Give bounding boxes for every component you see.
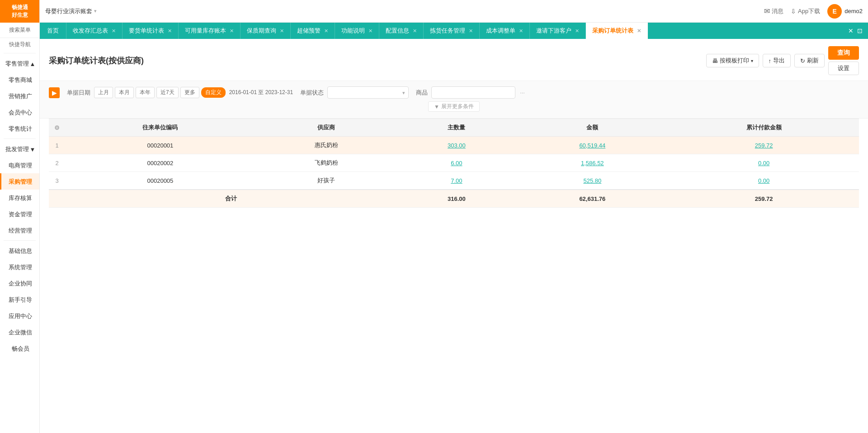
tab-close-invite-downstream[interactable]: ✕: [575, 28, 579, 34]
app-logo-text: 畅捷通好生意: [12, 4, 28, 19]
tab-close-purchase-summary[interactable]: ✕: [637, 28, 641, 34]
tab-close-config-info[interactable]: ✕: [413, 28, 417, 34]
sidebar-item-purchase[interactable]: 采购管理: [0, 173, 39, 190]
tab-close-receive-summary[interactable]: ✕: [112, 28, 116, 34]
sidebar-item-retail[interactable]: 零售管理 ▲: [0, 55, 39, 71]
status-label: 单据状态: [300, 89, 324, 97]
expand-row: ▼ 展开更多条件: [49, 99, 859, 113]
cell-paid-2[interactable]: 0.00: [669, 154, 859, 172]
expand-more-button[interactable]: ▼ 展开更多条件: [428, 101, 480, 112]
export-button[interactable]: ↑ 导出: [763, 54, 791, 67]
sidebar-item-wholesale[interactable]: 批发管理 ▼: [0, 141, 39, 157]
sidebar-item-sys[interactable]: 系统管理: [0, 259, 39, 275]
sidebar-item-marketing[interactable]: 营销推广: [0, 88, 39, 104]
tab-receive-summary[interactable]: 收发存汇总表 ✕: [66, 23, 123, 39]
tab-close-goods-summary[interactable]: ✕: [168, 28, 172, 34]
filter-row: ▶ 单据日期 上月 本月 本年 近7天 更多 自定义 2016-01-01 至 …: [49, 86, 859, 99]
refresh-button[interactable]: ↻ 刷新: [794, 54, 825, 67]
tab-close-overstock-warning[interactable]: ✕: [324, 28, 328, 34]
date-btn-this-year[interactable]: 本年: [136, 87, 155, 98]
sidebar-item-member2[interactable]: 畅会员: [0, 340, 39, 357]
col-qty: 主数量: [397, 119, 516, 137]
sidebar-item-member[interactable]: 会员中心: [0, 104, 39, 120]
sidebar-item-search[interactable]: 搜索菜单: [0, 23, 39, 38]
date-range-display: 2016-01-01 至 2023-12-31: [229, 89, 293, 96]
export-icon: ↑: [769, 57, 772, 64]
user-info[interactable]: E demo2: [827, 4, 863, 19]
settings-button[interactable]: 设置: [828, 62, 859, 75]
cell-amount-3[interactable]: 525.80: [516, 172, 669, 190]
page-header: 采购订单统计表(按供应商) 🖶 按模板打印 ▾ ↑ 导出 ↻ 刷新 查询: [40, 39, 868, 81]
tab-pick-task[interactable]: 拣货任务管理 ✕: [424, 23, 480, 39]
avatar[interactable]: E: [827, 4, 842, 19]
sidebar-divider-3: [4, 240, 36, 241]
table-row: 1 00020001 惠氏奶粉 303.00 60,519.44 259.72: [49, 137, 859, 154]
cell-qty-3[interactable]: 7.00: [397, 172, 516, 190]
sidebar-item-base-info[interactable]: 基础信息: [0, 243, 39, 259]
table-footer-row: 合计 316.00 62,631.76 259.72: [49, 190, 859, 208]
tab-expand-button[interactable]: ⊡: [855, 27, 864, 34]
sidebar-item-ecommerce[interactable]: 电商管理: [0, 157, 39, 173]
toggle-filter-button[interactable]: ▶: [49, 87, 60, 98]
cell-amount-1[interactable]: 60,519.44: [516, 137, 669, 154]
toggle-arrow-container: ▶: [49, 87, 60, 98]
tab-cost-adjust[interactable]: 成本调整单 ✕: [480, 23, 530, 39]
print-button[interactable]: 🖶 按模板打印 ▾: [706, 54, 759, 67]
cell-paid-1[interactable]: 259.72: [669, 137, 859, 154]
data-table-wrap: ⚙ 往来单位编码 供应商 主数量 金额 累计付款金额 1 00020001 惠氏…: [40, 119, 868, 208]
tab-close-function-desc[interactable]: ✕: [368, 28, 373, 34]
cell-code-1: 00020001: [65, 137, 255, 154]
page-content: 采购订单统计表(按供应商) 🖶 按模板打印 ▾ ↑ 导出 ↻ 刷新 查询: [40, 39, 868, 433]
message-button[interactable]: ✉ 消息: [764, 7, 783, 15]
topbar: 母婴行业演示账套 ▾ ✉ 消息 ⇩ App下载 E demo2: [40, 0, 868, 23]
tab-close-available-stock[interactable]: ✕: [230, 28, 234, 34]
date-btn-7days[interactable]: 近7天: [156, 87, 179, 98]
topbar-actions: ✉ 消息 ⇩ App下载 E demo2: [764, 4, 863, 19]
date-btn-custom[interactable]: 自定义: [201, 87, 226, 98]
app-download-button[interactable]: ⇩ App下载: [791, 7, 820, 15]
table-row: 3 00020005 好孩子 7.00 525.80 0.00: [49, 172, 859, 190]
chevron-right-icon: ▼: [30, 146, 36, 153]
workspace-selector[interactable]: 母婴行业演示账套 ▾: [45, 7, 760, 15]
sidebar-item-enterprise[interactable]: 企业协同: [0, 275, 39, 291]
sidebar-item-finance[interactable]: 资金管理: [0, 206, 39, 222]
sidebar-item-ops[interactable]: 经营管理: [0, 222, 39, 238]
table-header-row: ⚙ 往来单位编码 供应商 主数量 金额 累计付款金额: [49, 119, 859, 137]
tab-expiry-query[interactable]: 保质期查询 ✕: [241, 23, 291, 39]
tab-close-cost-adjust[interactable]: ✕: [519, 28, 523, 34]
goods-input[interactable]: [431, 86, 515, 99]
cell-code-3: 00020005: [65, 172, 255, 190]
date-btn-this-month[interactable]: 本月: [115, 87, 134, 98]
query-button[interactable]: 查询: [828, 46, 859, 60]
sidebar-item-app-center[interactable]: 应用中心: [0, 308, 39, 324]
tab-overstock-warning[interactable]: 超储预警 ✕: [291, 23, 335, 39]
cell-qty-1[interactable]: 303.00: [397, 137, 516, 154]
goods-more-icon[interactable]: ···: [520, 89, 525, 96]
filter-bar: ▶ 单据日期 上月 本月 本年 近7天 更多 自定义 2016-01-01 至 …: [40, 81, 868, 119]
column-settings-icon[interactable]: ⚙: [54, 124, 60, 131]
tab-config-info[interactable]: 配置信息 ✕: [379, 23, 424, 39]
tab-available-stock[interactable]: 可用量库存账本 ✕: [179, 23, 241, 39]
tab-close-all-button[interactable]: ✕: [846, 27, 855, 34]
date-btn-last-month[interactable]: 上月: [94, 87, 113, 98]
sidebar-item-stock[interactable]: 库存核算: [0, 190, 39, 206]
cell-amount-2[interactable]: 1,586.52: [516, 154, 669, 172]
tab-controls: ✕ ⊡: [843, 27, 868, 34]
tab-invite-downstream[interactable]: 邀请下游客户 ✕: [530, 23, 586, 39]
tab-function-desc[interactable]: 功能说明 ✕: [335, 23, 379, 39]
status-select[interactable]: [327, 86, 409, 99]
cell-qty-2[interactable]: 6.00: [397, 154, 516, 172]
tab-goods-summary[interactable]: 要货单统计表 ✕: [123, 23, 179, 39]
sidebar-item-shortcut[interactable]: 快捷导航: [0, 38, 39, 51]
sidebar-item-enterprise-wechat[interactable]: 企业微信: [0, 324, 39, 340]
workspace-name: 母婴行业演示账套: [45, 7, 92, 15]
cell-paid-3[interactable]: 0.00: [669, 172, 859, 190]
tab-home[interactable]: 首页: [40, 23, 66, 39]
tab-close-pick-task[interactable]: ✕: [469, 28, 473, 34]
sidebar-item-retail-stats[interactable]: 零售统计: [0, 120, 39, 137]
date-btn-more[interactable]: 更多: [180, 87, 199, 98]
sidebar-item-retail-shop[interactable]: 零售商城: [0, 71, 39, 88]
sidebar-item-new-guide[interactable]: 新手引导: [0, 291, 39, 308]
tab-close-expiry-query[interactable]: ✕: [280, 28, 284, 34]
tab-purchase-summary[interactable]: 采购订单统计表 ✕: [586, 23, 648, 39]
